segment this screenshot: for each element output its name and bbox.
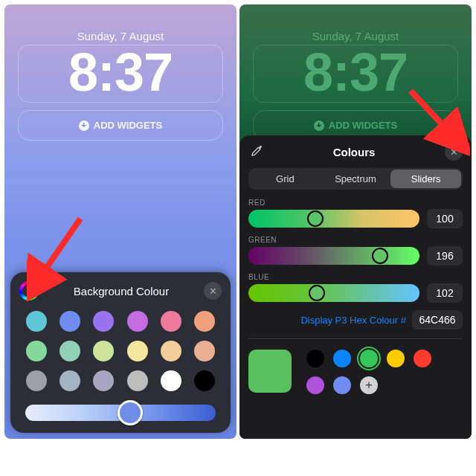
- swatch[interactable]: [60, 341, 80, 361]
- green-thumb[interactable]: [372, 248, 388, 264]
- swatch[interactable]: [194, 370, 215, 391]
- tab-sliders[interactable]: Sliders: [390, 170, 461, 188]
- colour-wheel-icon[interactable]: [19, 281, 39, 300]
- hue-slider[interactable]: [25, 405, 216, 421]
- lock-time-box[interactable]: 8:37: [253, 45, 458, 103]
- swatch[interactable]: [127, 311, 148, 332]
- lock-time: 8:37: [19, 45, 222, 99]
- red-slider[interactable]: [248, 210, 419, 228]
- green-label: GREEN: [248, 236, 463, 244]
- swatch[interactable]: [93, 370, 114, 391]
- swatch[interactable]: [26, 311, 47, 332]
- preset-swatch[interactable]: [333, 350, 351, 367]
- swatch-grid: [19, 308, 222, 400]
- plus-circle-icon: +: [79, 120, 89, 131]
- add-swatch-button[interactable]: +: [360, 376, 378, 394]
- blue-label: BLUE: [248, 273, 463, 281]
- swatch[interactable]: [127, 370, 148, 391]
- lock-date: Sunday, 7 August: [239, 4, 472, 42]
- swatch[interactable]: [161, 311, 181, 332]
- swatch[interactable]: [26, 370, 47, 391]
- red-thumb[interactable]: [307, 210, 324, 227]
- hue-thumb[interactable]: [118, 400, 143, 425]
- preset-swatch[interactable]: [414, 350, 431, 367]
- close-button[interactable]: ✕: [445, 143, 463, 161]
- background-colour-panel: Background Colour ✕: [10, 272, 231, 433]
- tab-grid[interactable]: Grid: [250, 170, 321, 188]
- blue-thumb[interactable]: [309, 285, 325, 301]
- lock-time: 8:37: [254, 45, 457, 99]
- swatch[interactable]: [127, 341, 148, 361]
- lock-time-box[interactable]: 8:37: [18, 45, 223, 103]
- swatch[interactable]: [93, 311, 114, 332]
- segmented-control: Grid Spectrum Sliders: [248, 168, 463, 190]
- phone-right: Sunday, 7 August 8:37 + ADD WIDGETS Colo…: [239, 4, 472, 439]
- swatch[interactable]: [161, 341, 181, 361]
- preset-swatch[interactable]: [306, 350, 324, 367]
- phone-left: Sunday, 7 August 8:37 + ADD WIDGETS Back…: [4, 4, 237, 439]
- red-value[interactable]: 100: [427, 209, 463, 228]
- swatch[interactable]: [60, 370, 80, 391]
- red-label: RED: [248, 199, 463, 207]
- swatch[interactable]: [194, 341, 215, 361]
- blue-value[interactable]: 102: [427, 283, 463, 303]
- green-value[interactable]: 196: [427, 246, 463, 266]
- hex-value[interactable]: 64C466: [412, 310, 463, 329]
- eyedropper-icon[interactable]: [248, 144, 263, 159]
- colour-preview: [248, 350, 292, 393]
- tab-spectrum[interactable]: Spectrum: [321, 170, 391, 188]
- lock-date: Sunday, 7 August: [4, 4, 237, 42]
- swatch[interactable]: [60, 311, 80, 332]
- add-widgets-label: ADD WIDGETS: [329, 120, 397, 131]
- green-slider[interactable]: [248, 247, 419, 265]
- swatch[interactable]: [161, 370, 181, 391]
- swatch[interactable]: [26, 341, 47, 361]
- add-widgets-label: ADD WIDGETS: [94, 120, 162, 131]
- hex-label[interactable]: Display P3 Hex Colour #: [300, 315, 406, 326]
- swatch[interactable]: [93, 341, 114, 361]
- preset-swatches: +: [306, 350, 431, 394]
- preset-swatch[interactable]: [360, 350, 378, 367]
- panel-title: Background Colour: [39, 285, 204, 298]
- plus-circle-icon: +: [314, 120, 324, 131]
- colours-panel: Colours ✕ Grid Spectrum Sliders RED 100: [239, 135, 472, 439]
- close-button[interactable]: ✕: [204, 282, 222, 300]
- blue-slider[interactable]: [248, 284, 419, 302]
- panel-title: Colours: [263, 146, 445, 158]
- swatch[interactable]: [194, 311, 215, 332]
- preset-swatch[interactable]: [333, 376, 351, 394]
- preset-swatch[interactable]: [306, 376, 324, 394]
- add-widgets-button[interactable]: + ADD WIDGETS: [18, 110, 223, 141]
- preset-swatch[interactable]: [387, 350, 405, 367]
